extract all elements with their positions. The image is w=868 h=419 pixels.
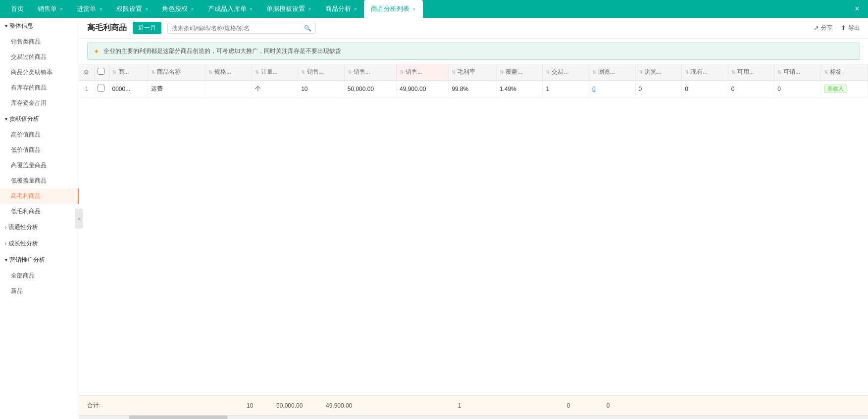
sidebar-item-sales-goods[interactable]: 销售类商品 [0,34,79,49]
select-all-checkbox[interactable] [98,68,104,75]
sort-icon: ⇅ [400,69,404,75]
info-text: 企业的主要的利润都是这部分商品创造的，可考虑加大推广，同时关注库存是不要出现缺货 [103,47,341,55]
scrollbar-thumb[interactable] [129,416,228,419]
search-input[interactable] [172,25,301,32]
cell-gross-margin: 99.8% [449,81,497,97]
row-checkbox[interactable] [94,81,109,97]
col-gross-margin[interactable]: ⇅毛利率 [449,64,497,81]
cell-tag: 高收入 [820,81,868,97]
cell-browse1[interactable]: 0 [589,81,636,97]
arrow-right-icon-2: › [5,241,6,246]
sort-icon: ⇅ [777,69,781,75]
col-tag[interactable]: ⇅标签 [820,64,868,81]
browse1-link[interactable]: 0 [592,86,596,93]
arrow-down-icon: ▾ [5,23,7,29]
sidebar-item-traded-goods[interactable]: 交易过的商品 [0,49,79,65]
col-sale-amount[interactable]: ⇅销售... [344,64,396,81]
sort-icon: ⇅ [208,69,212,75]
nav-purchase-close[interactable]: × [99,6,102,12]
col-available-stock[interactable]: ⇅可用... [728,64,774,81]
header-actions: ↗ 分享 ⬆ 导出 [814,24,860,32]
nav-close-all[interactable]: × [850,2,864,16]
sidebar-item-low-coverage[interactable]: 低覆盖量商品 [0,173,79,188]
nav-sales-close[interactable]: × [60,6,63,12]
nav-goods-analysis-close[interactable]: × [354,6,357,12]
sidebar-item-stock-capital[interactable]: 库存资金占用 [0,95,79,111]
col-trade-times[interactable]: ⇅交易... [543,64,589,81]
sidebar-item-all-goods[interactable]: 全部商品 [0,268,79,283]
sort-icon: ⇅ [592,69,596,75]
export-btn[interactable]: ⬆ 导出 [841,24,860,32]
cell-available-stock: 0 [728,81,774,97]
sidebar-group-overall[interactable]: ▾ 整体信息 [0,18,79,34]
nav-finished-close[interactable]: × [250,6,253,12]
col-spec[interactable]: ⇅规格... [205,64,252,81]
nav-roles-close[interactable]: × [191,6,194,12]
nav-home[interactable]: 首页 [4,0,31,18]
sidebar-item-high-margin[interactable]: 高毛利商品 [0,188,79,204]
sidebar-item-category-rate[interactable]: 商品分类助销率 [0,65,79,80]
settings-icon[interactable]: ⚙ [84,69,89,76]
sort-icon: ⇅ [500,69,504,75]
nav-template-close[interactable]: × [308,6,311,12]
sort-icon: ⇅ [731,69,735,75]
footer-cells: 10 50,000.00 49,900.00 1 0 0 [108,402,613,409]
sidebar-item-high-value[interactable]: 高价值商品 [0,127,79,142]
col-sale-cost[interactable]: ⇅销售... [396,64,448,81]
share-btn[interactable]: ↗ 分享 [814,24,833,32]
col-sale-qty[interactable]: ⇅销售... [298,64,345,81]
filter-recent-month-btn[interactable]: 近一月 [133,22,161,34]
data-table: ⚙ ⇅商... ⇅商品名称 ⇅规格... ⇅计量... ⇅销售... ⇅销售..… [79,64,868,97]
sidebar-group-contribution[interactable]: ▾ 贡献值分析 [0,111,79,127]
share-icon: ↗ [814,24,819,32]
nav-roles[interactable]: 角色授权 × [155,0,201,18]
sort-icon: ⇅ [824,69,828,75]
sort-icon: ⇅ [639,69,643,75]
nav-goods-list-close[interactable]: × [412,6,415,12]
nav-goods-analysis-list[interactable]: 商品分析列表 × [364,0,422,18]
nav-goods-analysis[interactable]: 商品分析 × [318,0,364,18]
nav-purchase[interactable]: 进货单 × [70,0,109,18]
cell-spec [205,81,252,97]
content-header: 高毛利商品 近一月 🔍 ↗ 分享 ⬆ 导出 [79,18,868,39]
col-unit[interactable]: ⇅计量... [252,64,298,81]
col-current-stock[interactable]: ⇅现有... [682,64,728,81]
sidebar-item-low-value[interactable]: 低价值商品 [0,142,79,158]
sidebar-item-stock-goods[interactable]: 有库存的商品 [0,80,79,95]
col-settings[interactable]: ⚙ [79,64,94,81]
table-container[interactable]: ⚙ ⇅商... ⇅商品名称 ⇅规格... ⇅计量... ⇅销售... ⇅销售..… [79,64,868,395]
sort-icon: ⇅ [348,69,352,75]
sidebar-collapse-btn[interactable]: « [75,209,83,229]
sidebar-group-marketing[interactable]: ▾ 营销推广分析 [0,252,79,268]
sidebar-group-growth[interactable]: › 成长性分析 [0,235,79,252]
sidebar-item-high-coverage[interactable]: 高覆盖量商品 [0,158,79,173]
footer-current-stock: 0 [534,402,574,409]
sidebar-item-new-goods[interactable]: 新品 [0,283,79,299]
export-icon: ⬆ [841,24,846,32]
row-select-checkbox[interactable] [98,85,104,92]
footer-trade-times: 1 [425,402,465,409]
col-name[interactable]: ⇅商品名称 [148,64,205,81]
col-browse2[interactable]: ⇅浏览... [635,64,682,81]
sidebar-item-low-margin[interactable]: 低毛利商品 [0,204,79,219]
nav-template-settings[interactable]: 单据模板设置 × [259,0,318,18]
footer-total-label: 合计: [87,401,101,410]
col-browse1[interactable]: ⇅浏览... [589,64,636,81]
footer-spacer1 [356,402,425,409]
nav-sales[interactable]: 销售单 × [31,0,70,18]
col-code[interactable]: ⇅商... [109,64,148,81]
cell-sale-amount: 50,000.00 [344,81,396,97]
nav-permissions-close[interactable]: × [145,6,148,12]
sidebar-group-liquidity[interactable]: › 流通性分析 [0,219,79,235]
search-icon[interactable]: 🔍 [304,25,311,32]
sort-icon: ⇅ [685,69,689,75]
nav-finished-goods[interactable]: 产成品入库单 × [201,0,259,18]
col-saleable-stock[interactable]: ⇅可销... [774,64,821,81]
main-layout: ▾ 整体信息 销售类商品 交易过的商品 商品分类助销率 有库存的商品 库存资金占… [0,18,868,419]
nav-permissions[interactable]: 权限设置 × [109,0,155,18]
scrollbar-area[interactable] [79,415,868,419]
sort-icon: ⇅ [301,69,305,75]
footer-sale-qty-val: 10 [227,402,257,409]
tag-badge: 高收入 [824,85,847,93]
col-coverage[interactable]: ⇅覆盖... [496,64,543,81]
